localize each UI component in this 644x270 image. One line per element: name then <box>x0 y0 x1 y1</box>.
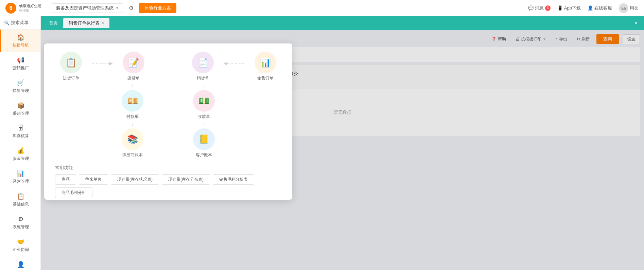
sidebar-item-marketing[interactable]: 📢 营销推广 <box>0 52 40 75</box>
down-arrow-payment: ↓ <box>122 121 143 127</box>
sidebar-item-label: 经营管理 <box>13 179 29 184</box>
sidebar-item-operations[interactable]: 📊 经营管理 <box>0 166 40 188</box>
home-icon: 🏠 <box>17 34 24 41</box>
sidebar-item-sales[interactable]: 🛒 销售管理 <box>0 75 40 98</box>
arrow-purchase-order-to-bill: ▶ <box>92 60 113 66</box>
avatar: Ea <box>619 3 628 13</box>
app-download-button[interactable]: 📱 App下载 <box>557 5 581 11</box>
basic-info-icon: 📋 <box>17 193 24 200</box>
func-btn-stock-dist[interactable]: 现存量(库存分布表) <box>162 174 210 185</box>
logo-area: 6 畅康通好生意 标准版 <box>5 3 46 14</box>
tab-close-icon[interactable]: × <box>102 21 104 25</box>
flow-node-receipt-bill[interactable]: 💵 收款单 <box>193 90 215 120</box>
user-menu[interactable]: Ea 用友 <box>619 3 639 13</box>
down-arrow-receipt: ↓ <box>193 121 215 127</box>
sales-order-icon: 📊 <box>255 52 276 73</box>
service-icon: 👤 <box>588 5 593 11</box>
sidebar-item-label: 企业协同 <box>13 247 29 253</box>
logo-text: 畅康通好生意 标准版 <box>19 3 41 13</box>
sidebar-item-label: 基础信息 <box>13 201 29 207</box>
trial-button[interactable]: 体验行业方案 <box>139 3 176 13</box>
func-btn-product-gross[interactable]: 商品毛利分析 <box>55 187 92 198</box>
message-icon: 💬 <box>528 5 534 11</box>
settings-icon[interactable]: ⚙ <box>126 3 136 13</box>
common-functions: 常用功能 商品 往来单位 现存量(库存状况表) 现存量(库存分布表) 销售毛利分… <box>55 165 281 200</box>
payment-bill-icon: 💴 <box>122 90 143 112</box>
sidebar-item-guide[interactable]: 👤 新手引导 <box>0 257 40 270</box>
marketing-icon: 📢 <box>17 56 24 64</box>
flow-node-payment-bill[interactable]: 💴 付款单 <box>122 90 143 120</box>
header-right: 💬 消息 6 📱 App下载 👤 在线客服 Ea 用友 <box>528 3 639 13</box>
enterprise-icon: 🤝 <box>17 238 24 246</box>
func-buttons-row1: 商品 往来单位 现存量(库存状况表) 现存量(库存分布表) 销售毛利分析表 商品… <box>55 174 281 198</box>
chevron-down-icon: ▼ <box>116 6 119 10</box>
sidebar-item-label: 营销推广 <box>13 65 29 71</box>
online-service-button[interactable]: 👤 在线客服 <box>588 5 612 11</box>
sidebar-item-label: 库存核算 <box>13 133 29 139</box>
finance-icon: 💰 <box>17 147 24 155</box>
tab-bar-close-icon[interactable]: × <box>631 18 641 28</box>
purchase-icon: 📦 <box>17 102 24 109</box>
message-button[interactable]: 💬 消息 6 <box>528 5 551 11</box>
common-funcs-title: 常用功能 <box>55 165 281 171</box>
system-selector[interactable]: 装备及固定资产辅助管理系统 ▼ <box>52 3 123 13</box>
arrow-sales-order-to-bill: ◀ <box>224 60 244 66</box>
down-arrow-purchase: ↓ <box>122 83 143 89</box>
receipt-bill-icon: 💵 <box>193 90 215 112</box>
func-btn-sales-gross[interactable]: 销售毛利分析表 <box>213 174 254 185</box>
func-btn-customers[interactable]: 往来单位 <box>79 174 108 185</box>
flow-node-sales-order[interactable]: 📊 销售订单 <box>255 52 276 81</box>
sidebar-item-enterprise[interactable]: 🤝 企业协同 <box>0 234 40 257</box>
customer-ledger-icon: 📒 <box>193 128 215 150</box>
guide-icon: 👤 <box>17 261 24 268</box>
sidebar: 🔍 搜索菜单 🏠 快捷导航 📢 营销推广 🛒 销售管理 📦 采购管理 🗄 库存核… <box>0 16 41 270</box>
flow-node-purchase-bill[interactable]: 📝 进货单 <box>123 52 144 81</box>
sidebar-search[interactable]: 🔍 搜索菜单 <box>0 16 40 30</box>
sidebar-item-system[interactable]: ⚙ 系统管理 <box>0 211 40 234</box>
down-arrow-sales: ↓ <box>193 83 215 89</box>
system-icon: ⚙ <box>18 215 23 223</box>
tab-bar: 首页 销售订单执行表 × × <box>41 16 644 30</box>
supplier-ledger-icon: 📚 <box>122 128 143 150</box>
sidebar-item-label: 系统管理 <box>13 224 29 230</box>
tab-home[interactable]: 首页 <box>43 18 63 28</box>
sidebar-item-basic-info[interactable]: 📋 基础信息 <box>0 188 40 211</box>
flow-node-customer-ledger[interactable]: 📒 客户账本 <box>193 128 215 158</box>
sidebar-item-finance[interactable]: 💰 资金管理 <box>0 143 40 166</box>
modal-box: 📋 进货订单 ▶ <box>44 43 292 200</box>
modal-content: 📋 进货订单 ▶ <box>44 43 292 200</box>
sales-icon: 🛒 <box>17 79 24 87</box>
top-header: 6 畅康通好生意 标准版 装备及固定资产辅助管理系统 ▼ ⚙ 体验行业方案 💬 … <box>0 0 644 16</box>
page-content: ❓ 帮助 🖨 按模板打印 ▼ ↑ 导出 ↻ 刷新 查询 设置 <box>41 30 644 270</box>
message-badge: 6 <box>545 5 551 11</box>
func-btn-product[interactable]: 商品 <box>55 174 76 185</box>
flow-node-sales-bill[interactable]: 📄 销货单 <box>192 52 214 81</box>
func-btn-stock-status[interactable]: 现存量(库存状况表) <box>111 174 159 185</box>
main-layout: 🔍 搜索菜单 🏠 快捷导航 📢 营销推广 🛒 销售管理 📦 采购管理 🗄 库存核… <box>0 16 644 270</box>
operations-icon: 📊 <box>17 170 24 177</box>
system-title: 装备及固定资产辅助管理系统 <box>56 5 114 11</box>
search-icon: 🔍 <box>4 20 10 25</box>
tab-sales-order-exec[interactable]: 销售订单执行表 × <box>63 18 109 28</box>
sidebar-item-label: 销售管理 <box>13 88 29 94</box>
sales-bill-icon: 📄 <box>192 52 214 73</box>
download-icon: 📱 <box>557 5 563 11</box>
inventory-icon: 🗄 <box>18 125 24 132</box>
app-logo-icon: 6 <box>5 3 16 14</box>
sidebar-item-quick-nav[interactable]: 🏠 快捷导航 <box>0 30 40 52</box>
sidebar-item-label: 采购管理 <box>13 111 29 116</box>
sidebar-item-label: 快捷导航 <box>13 42 29 48</box>
flow-node-purchase-order[interactable]: 📋 进货订单 <box>60 52 82 81</box>
flow-diagram: 📋 进货订单 ▶ <box>55 52 281 158</box>
sidebar-item-inventory[interactable]: 🗄 库存核算 <box>0 121 40 143</box>
content-area: 首页 销售订单执行表 × × ❓ 帮助 🖨 按模板打印 ▼ <box>41 16 644 270</box>
purchase-order-icon: 📋 <box>60 52 82 73</box>
purchase-bill-icon: 📝 <box>123 52 144 73</box>
sidebar-item-purchase[interactable]: 📦 采购管理 <box>0 98 40 121</box>
flow-node-supplier-ledger[interactable]: 📚 供应商账本 <box>122 128 143 158</box>
sidebar-item-label: 资金管理 <box>13 156 29 162</box>
modal-overlay: 📋 进货订单 ▶ <box>41 30 644 270</box>
